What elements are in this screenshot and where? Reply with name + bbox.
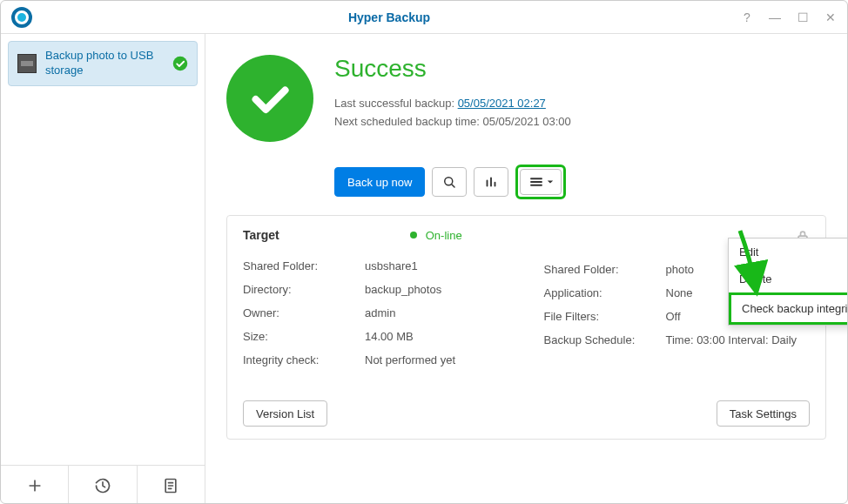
table-row: Owner:admin bbox=[243, 301, 509, 325]
status-heading: Success bbox=[334, 55, 571, 83]
sidebar: Backup photo to USB storage bbox=[1, 34, 205, 504]
maximize-button[interactable]: ☐ bbox=[797, 10, 809, 24]
content: Success Last successful backup: 05/05/20… bbox=[205, 34, 847, 504]
menu-button-highlight bbox=[515, 165, 566, 199]
minimize-button[interactable]: — bbox=[769, 10, 781, 24]
task-label: Backup photo to USB storage bbox=[45, 49, 164, 78]
log-button[interactable] bbox=[138, 466, 205, 504]
help-button[interactable]: ? bbox=[741, 10, 753, 24]
table-row: Directory:backup_photos bbox=[243, 278, 509, 301]
success-check-icon bbox=[226, 55, 313, 142]
task-item[interactable]: Backup photo to USB storage bbox=[8, 41, 198, 86]
table-row: Shared Folder:usbshare1 bbox=[243, 254, 509, 278]
explore-button[interactable] bbox=[432, 167, 467, 197]
menu-check-integrity[interactable]: Check backup integrity bbox=[729, 292, 848, 325]
online-text: On-line bbox=[426, 229, 462, 242]
window-title: Hyper Backup bbox=[37, 10, 741, 24]
sidebar-toolbar bbox=[1, 465, 205, 504]
table-row: Backup Schedule:Time: 03:00 Interval: Da… bbox=[544, 328, 811, 352]
version-list-button[interactable]: Version List bbox=[243, 400, 327, 427]
svg-point-0 bbox=[173, 57, 188, 71]
restore-button[interactable] bbox=[69, 466, 137, 504]
last-backup-link[interactable]: 05/05/2021 02:27 bbox=[458, 97, 546, 110]
svg-point-2 bbox=[445, 178, 453, 185]
action-row: Back up now bbox=[205, 165, 847, 199]
status-area: Success Last successful backup: 05/05/20… bbox=[205, 34, 847, 152]
table-row: Size:14.00 MB bbox=[243, 325, 509, 348]
last-backup-line: Last successful backup: 05/05/2021 02:27 bbox=[334, 97, 571, 110]
add-task-button[interactable] bbox=[1, 466, 69, 504]
close-button[interactable]: ✕ bbox=[824, 10, 837, 24]
titlebar: Hyper Backup ? — ☐ ✕ bbox=[1, 1, 847, 34]
next-backup-line: Next scheduled backup time: 05/05/2021 0… bbox=[334, 115, 571, 128]
online-indicator-icon bbox=[410, 232, 417, 239]
menu-edit[interactable]: Edit bbox=[729, 239, 848, 265]
task-settings-button[interactable]: Task Settings bbox=[717, 400, 810, 427]
success-icon bbox=[172, 56, 188, 71]
statistics-button[interactable] bbox=[474, 167, 508, 197]
menu-icon bbox=[528, 174, 544, 190]
backup-now-button[interactable]: Back up now bbox=[334, 167, 425, 197]
target-column: Target On-line Shared Folder:usbshare1 D… bbox=[243, 228, 509, 427]
app-icon bbox=[11, 7, 32, 28]
window-controls: ? — ☐ ✕ bbox=[741, 10, 837, 24]
chevron-down-icon bbox=[547, 178, 554, 185]
menu-delete[interactable]: Delete bbox=[729, 265, 848, 292]
table-row: Integrity check:Not performed yet bbox=[243, 348, 509, 372]
target-heading: Target bbox=[243, 228, 279, 242]
task-menu-dropdown: Edit Delete Check backup integrity bbox=[728, 238, 848, 326]
storage-icon bbox=[17, 54, 37, 73]
task-menu-button[interactable] bbox=[520, 169, 562, 195]
